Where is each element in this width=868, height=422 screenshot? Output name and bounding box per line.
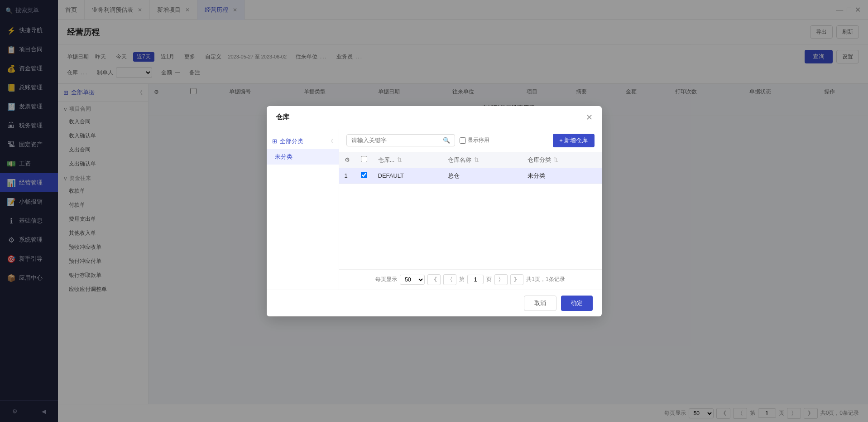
row-category: 未分类 xyxy=(522,168,602,184)
modal-search-icon[interactable]: 🔍 xyxy=(443,137,450,144)
modal-col-category: 仓库分类 ⇅ xyxy=(522,152,602,168)
modal-body: ⊞ 全部分类 《 未分类 🔍 xyxy=(267,129,602,290)
show-disabled-label: 显示停用 xyxy=(468,136,489,144)
gear-icon-modal[interactable]: ⚙ xyxy=(345,156,350,163)
modal-collapse-icon[interactable]: 《 xyxy=(328,138,333,145)
modal-header: 仓库 ✕ xyxy=(267,106,602,129)
sort-icon-code[interactable]: ⇅ xyxy=(397,156,402,163)
row-checkbox[interactable] xyxy=(361,172,367,178)
table-row[interactable]: 1 DEFAULT 总仓 未分类 xyxy=(339,168,602,184)
grid-icon-modal: ⊞ xyxy=(272,138,277,145)
add-warehouse-button[interactable]: + 新增仓库 xyxy=(553,134,594,147)
modal-category-label: 未分类 xyxy=(275,153,293,160)
modal-category-unclassified[interactable]: 未分类 xyxy=(267,149,339,165)
row-name: 总仓 xyxy=(442,168,522,184)
modal-search-input[interactable] xyxy=(351,137,440,144)
row-index: 1 xyxy=(339,168,355,184)
modal-per-page-label: 每页显示 xyxy=(375,276,397,283)
modal-col-settings: ⚙ xyxy=(339,152,355,168)
modal-per-page-select[interactable]: 50 100 xyxy=(400,275,425,285)
modal-pagination: 每页显示 50 100 《 〈 第 页 〉 》 共1页，1条记录 xyxy=(339,269,602,290)
modal-table-wrap: ⚙ 仓库... ⇅ 仓库名称 ⇅ xyxy=(339,152,602,269)
modal-toolbar: 🔍 显示停用 + 新增仓库 xyxy=(339,129,602,152)
modal-page-input[interactable] xyxy=(467,275,484,284)
modal-page-label: 第 xyxy=(459,276,465,283)
modal-left-scroll: 未分类 xyxy=(267,149,339,285)
modal-last-page[interactable]: 》 xyxy=(510,274,523,285)
warehouse-modal: 仓库 ✕ ⊞ 全部分类 《 未分类 xyxy=(267,106,602,316)
modal-prev-page[interactable]: 〈 xyxy=(443,274,456,285)
modal-select-all[interactable] xyxy=(361,156,367,162)
sort-icon-category[interactable]: ⇅ xyxy=(553,156,558,163)
row-checkbox-cell[interactable] xyxy=(355,168,373,184)
modal-warehouse-table: ⚙ 仓库... ⇅ 仓库名称 ⇅ xyxy=(339,152,602,184)
modal-close-btn[interactable]: ✕ xyxy=(586,112,593,122)
sort-icon-name[interactable]: ⇅ xyxy=(474,156,479,163)
modal-search-box[interactable]: 🔍 xyxy=(346,134,455,146)
modal-action-bar: 取消 确定 xyxy=(267,290,602,316)
show-disabled-checkbox-label[interactable]: 显示停用 xyxy=(460,136,489,144)
show-disabled-checkbox[interactable] xyxy=(460,137,466,144)
modal-all-label: 全部分类 xyxy=(280,137,303,146)
modal-first-page[interactable]: 《 xyxy=(427,274,441,285)
modal-confirm-button[interactable]: 确定 xyxy=(561,296,593,311)
col-category-label: 仓库分类 xyxy=(528,156,551,163)
modal-page-unit: 页 xyxy=(486,276,492,283)
modal-overlay: 仓库 ✕ ⊞ 全部分类 《 未分类 xyxy=(0,0,868,422)
modal-total-label: 共1页，1条记录 xyxy=(526,276,565,283)
modal-cancel-button[interactable]: 取消 xyxy=(524,296,556,311)
col-code-label: 仓库... xyxy=(378,156,395,163)
modal-all-categories[interactable]: ⊞ 全部分类 《 xyxy=(267,134,339,149)
modal-title: 仓库 xyxy=(276,113,289,121)
modal-left-panel: ⊞ 全部分类 《 未分类 xyxy=(267,129,339,290)
modal-col-checkbox[interactable] xyxy=(355,152,373,168)
modal-col-code: 仓库... ⇅ xyxy=(373,152,443,168)
modal-next-page[interactable]: 〉 xyxy=(494,274,508,285)
row-code: DEFAULT xyxy=(373,168,443,184)
col-name-label: 仓库名称 xyxy=(448,156,471,163)
modal-right-panel: 🔍 显示停用 + 新增仓库 ⚙ xyxy=(339,129,602,290)
modal-col-name: 仓库名称 ⇅ xyxy=(442,152,522,168)
